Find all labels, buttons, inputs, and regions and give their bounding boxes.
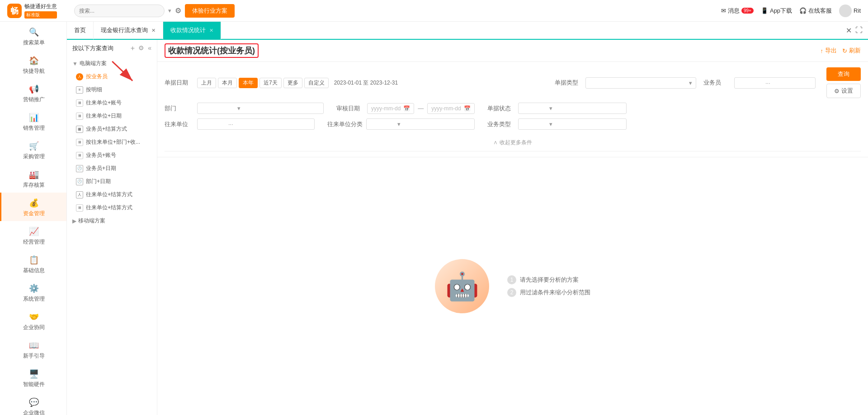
review-date-from-value: yyyy-mm-dd bbox=[371, 105, 401, 112]
sidebar-item-label: 经营管理 bbox=[23, 238, 45, 246]
sidebar-item-label: 智能硬件 bbox=[23, 381, 45, 388]
schema-item-unit-calc2[interactable]: ⊞ 往来单位+结算方式 bbox=[67, 201, 157, 214]
partner-select[interactable]: ··· bbox=[197, 118, 315, 130]
main-panel: 收款情况统计(按业务员) ↑ 导出 ↻ 刷新 bbox=[157, 40, 868, 415]
partner-category-label: 往来单位分类 bbox=[327, 120, 363, 128]
refresh-button[interactable]: ↻ 刷新 bbox=[842, 47, 861, 55]
tab-close-all-icon[interactable]: ✕ bbox=[846, 26, 852, 35]
header-search-input[interactable] bbox=[74, 5, 165, 17]
trial-button[interactable]: 体验行业方案 bbox=[185, 4, 235, 18]
collapse-button[interactable]: ∧ 收起更多条件 bbox=[493, 139, 532, 146]
salesman-more-icon[interactable]: ··· bbox=[765, 80, 770, 86]
schema-item-label: 部门+日期 bbox=[86, 178, 111, 185]
schema-item-salesman-date[interactable]: 🕐 业务员+日期 bbox=[67, 162, 157, 175]
sidebar-item-enterprise[interactable]: 🤝 企业协同 bbox=[0, 307, 66, 335]
header-dropdown-arrow-icon[interactable]: ▾ bbox=[168, 7, 171, 14]
schema-item-label: 往来单位+结算方式 bbox=[86, 204, 132, 212]
wechat-icon: 💬 bbox=[29, 397, 39, 407]
tab-collection-stats-close-icon[interactable]: ✕ bbox=[209, 28, 213, 33]
capital-icon: 💰 bbox=[29, 198, 39, 208]
header-gear-icon[interactable]: ⚙ bbox=[175, 6, 181, 15]
sidebar-item-inventory[interactable]: 🏭 库存核算 bbox=[0, 164, 66, 193]
page-title: 收款情况统计(按业务员) bbox=[165, 43, 259, 58]
mobile-section-label: 移动端方案 bbox=[78, 217, 105, 225]
sidebar-item-wechat[interactable]: 💬 企业微信 bbox=[0, 392, 66, 415]
dept-select[interactable]: ▾ bbox=[197, 103, 324, 114]
tab-bank-flow-label: 现金银行流水查询 bbox=[101, 26, 148, 34]
schema-header-actions: + ⚙ « bbox=[131, 44, 151, 52]
tab-bank-flow[interactable]: 现金银行流水查询 ✕ bbox=[94, 22, 163, 39]
schema-add-icon[interactable]: + bbox=[131, 44, 135, 52]
online-service-item[interactable]: 🎧 在线客服 bbox=[799, 7, 832, 15]
doc-status-select[interactable]: ▾ bbox=[518, 103, 627, 114]
sidebar: 🔍 搜索菜单 🏠 快捷导航 📢 营销推广 📊 销售管理 🛒 采购管理 🏭 库存核… bbox=[0, 22, 67, 415]
partner-more-icon[interactable]: ··· bbox=[228, 121, 233, 127]
empty-state: 🤖 1 请先选择要分析的方案 2 用过滤条件来缩小分析范围 bbox=[157, 157, 868, 415]
this-year-btn[interactable]: 本年 bbox=[239, 78, 258, 88]
salesman-calc-icon: ▦ bbox=[76, 126, 83, 133]
top-header: 畅 畅捷通好生意 标准版 ▾ ⚙ 体验行业方案 ✉ 消息 99+ 📱 App下载… bbox=[0, 0, 868, 22]
schema-collapse-icon[interactable]: « bbox=[148, 44, 151, 52]
query-button[interactable]: 查询 bbox=[826, 67, 861, 81]
sidebar-item-guide[interactable]: 📖 新手引导 bbox=[0, 335, 66, 363]
sidebar-item-label: 企业微信 bbox=[23, 409, 45, 415]
unit-calc1-icon: 人 bbox=[76, 191, 83, 198]
schema-item-by-salesman[interactable]: 人 按业务员 bbox=[67, 70, 157, 83]
review-date-from[interactable]: yyyy-mm-dd 📅 bbox=[367, 103, 414, 114]
messages-item[interactable]: ✉ 消息 99+ bbox=[721, 7, 754, 15]
tab-home[interactable]: 首页 bbox=[67, 22, 94, 39]
salesman-account-icon: ⊞ bbox=[76, 152, 83, 159]
this-month-btn[interactable]: 本月 bbox=[218, 78, 237, 88]
tab-collection-stats[interactable]: 收款情况统计 ✕ bbox=[163, 22, 221, 39]
calendar-to-icon[interactable]: 📅 bbox=[464, 105, 471, 112]
schema-mobile-arrow[interactable]: ▶ bbox=[72, 218, 76, 224]
salesman-select[interactable]: ··· bbox=[734, 77, 816, 89]
schema-item-unit-calc1[interactable]: 人 往来单位+结算方式 bbox=[67, 188, 157, 201]
user-item[interactable]: Rit bbox=[839, 5, 861, 17]
schema-item-unit-account[interactable]: ⊞ 往来单位+账号 bbox=[67, 96, 157, 109]
partner-category-select[interactable]: ▾ bbox=[366, 118, 475, 130]
export-button[interactable]: ↑ 导出 bbox=[821, 47, 837, 55]
schema-item-unit-dept[interactable]: ⊞ 按往来单位+部门+收... bbox=[67, 136, 157, 149]
custom-btn[interactable]: 自定义 bbox=[304, 78, 329, 88]
dept-label: 部门 bbox=[165, 104, 192, 113]
schema-item-by-detail[interactable]: ≡ 按明细 bbox=[67, 83, 157, 96]
schema-item-salesman-account[interactable]: ⊞ 业务员+账号 bbox=[67, 149, 157, 162]
sidebar-item-capital[interactable]: 💰 资金管理 bbox=[0, 193, 66, 221]
sidebar-item-operations[interactable]: 📈 经营管理 bbox=[0, 221, 66, 250]
tip-number-1: 1 bbox=[507, 275, 516, 284]
page-title-actions: ↑ 导出 ↻ 刷新 bbox=[821, 47, 861, 55]
messages-label: 消息 bbox=[728, 7, 740, 15]
system-icon: ⚙️ bbox=[29, 283, 39, 293]
tab-bank-flow-close-icon[interactable]: ✕ bbox=[151, 28, 156, 33]
last7-btn[interactable]: 近7天 bbox=[259, 78, 282, 88]
sidebar-item-search-menu[interactable]: 🔍 搜索菜单 bbox=[0, 22, 66, 50]
schema-gear-icon[interactable]: ⚙ bbox=[138, 44, 144, 52]
sidebar-item-label: 库存核算 bbox=[23, 181, 45, 189]
schema-item-unit-date[interactable]: ⊞ 往来单位+日期 bbox=[67, 109, 157, 123]
calendar-from-icon[interactable]: 📅 bbox=[403, 105, 410, 112]
sidebar-item-purchase[interactable]: 🛒 采购管理 bbox=[0, 136, 66, 164]
sidebar-item-system[interactable]: ⚙️ 系统管理 bbox=[0, 278, 66, 307]
empty-robot-icon: 🤖 bbox=[435, 259, 489, 313]
app-download-item[interactable]: 📱 App下载 bbox=[761, 7, 792, 15]
schema-item-dept-date[interactable]: 🕐 部门+日期 bbox=[67, 175, 157, 188]
sidebar-item-marketing[interactable]: 📢 营销推广 bbox=[0, 79, 66, 107]
last-month-btn[interactable]: 上月 bbox=[197, 78, 216, 88]
review-date-to[interactable]: yyyy-mm-dd 📅 bbox=[427, 103, 474, 114]
schema-section-arrow[interactable]: ▼ bbox=[72, 61, 78, 67]
sidebar-item-label: 营销推广 bbox=[23, 96, 45, 104]
sidebar-item-quick-nav[interactable]: 🏠 快捷导航 bbox=[0, 50, 66, 79]
biz-type-select[interactable]: ▾ bbox=[518, 118, 627, 130]
schema-item-label: 业务员+结算方式 bbox=[86, 125, 127, 133]
settings-button[interactable]: ⚙ 设置 bbox=[826, 84, 861, 98]
sidebar-item-sales[interactable]: 📊 销售管理 bbox=[0, 107, 66, 136]
doc-type-select[interactable]: ▾ bbox=[585, 77, 696, 89]
sidebar-item-smart-hw[interactable]: 🖥️ 智能硬件 bbox=[0, 363, 66, 392]
schema-item-salesman-calc[interactable]: ▦ 业务员+结算方式 bbox=[67, 123, 157, 136]
tab-maximize-icon[interactable]: ⛶ bbox=[855, 26, 863, 34]
unit-date-icon: ⊞ bbox=[76, 113, 83, 120]
more-btn[interactable]: 更多 bbox=[283, 78, 302, 88]
sidebar-item-basic[interactable]: 📋 基础信息 bbox=[0, 250, 66, 278]
refresh-label: 刷新 bbox=[849, 47, 861, 55]
